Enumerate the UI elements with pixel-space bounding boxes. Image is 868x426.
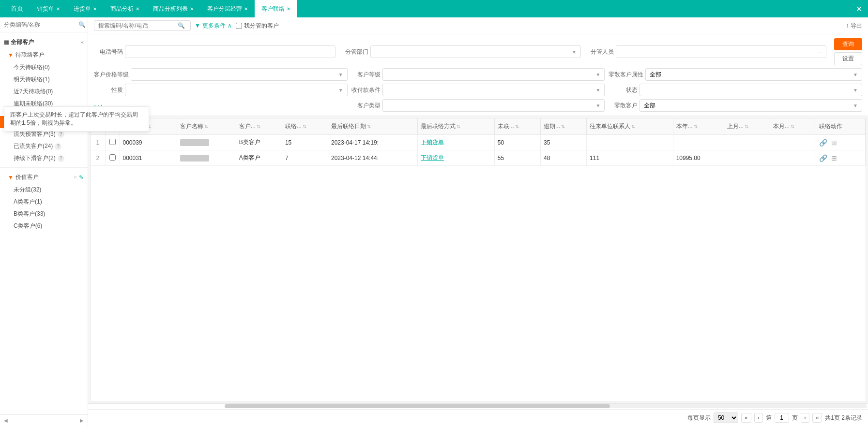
main-layout: 🔍 ▦ 全部客户 « ▼ 待联络客户 今天待联络(0) 明天待联络(1) 近7天… [0,17,868,426]
table-header-row: ⚙ 客户编码 ⇅ 客户名称 [91,118,866,135]
filter-row-1: 电话号码 分管部门 ▼ 分管人员 ··· [94,38,862,65]
sidebar-item-churned[interactable]: 已流失客户(24) ? [0,140,88,152]
uncontacted-sort-icon[interactable]: ⇅ [515,124,519,129]
search-icon[interactable]: 🔍 [178,22,185,29]
nav-sales-close-icon[interactable]: ✕ [56,6,60,12]
filter-customer-type-select[interactable]: ▼ [382,99,605,112]
row2-num: 2 [91,150,105,166]
filter-manager: 分管人员 ··· [585,45,826,58]
edit-icon[interactable]: ✎ [79,174,84,181]
this-month-sort-icon[interactable]: ⇅ [791,124,794,129]
sidebar-bottom-left-arrow[interactable]: ◀ [4,418,8,423]
sidebar-item-today[interactable]: 今天待联络(0) [0,61,88,73]
filter-price-select[interactable]: ▼ [131,68,348,81]
horizontal-scrollbar[interactable] [88,403,868,409]
row2-unit-contacts: 111 [587,150,673,166]
overdue-sort-icon[interactable]: ⇅ [561,124,565,129]
export-btn[interactable]: ↑ 导出 [846,22,862,30]
query-button[interactable]: 查询 [834,38,862,50]
scroll-thumb[interactable] [225,404,610,408]
first-page-btn[interactable]: « [741,413,751,423]
page-size-select[interactable]: 50 100 [714,412,738,423]
filter-gender-select[interactable]: ▼ [125,84,348,96]
sidebar-item-declining[interactable]: 持续下滑客户(2) ? [0,152,88,164]
prev-page-btn[interactable]: ‹ [754,413,763,423]
th-last-contact-date: 最后联络日期 ⇅ [328,118,418,135]
toolbar: 🔍 ▼ 更多条件 ∧ 我分管的客户 ↑ 导出 [88,17,868,34]
filter-retail-customer-select[interactable]: 全部 ▼ [640,99,862,112]
filter-manager-select[interactable]: ··· [616,45,826,58]
nav-customer-contact-close-icon[interactable]: ✕ [287,6,290,12]
nav-customer-tier[interactable]: 客户分层经营 ✕ [200,0,255,17]
nav-customer-tier-close-icon[interactable]: ✕ [244,6,248,12]
contact-sort-icon[interactable]: ⇅ [303,124,306,129]
sidebar-item-c-class[interactable]: C类客户(6) [0,220,88,232]
row2-this-year: 10995.00 [673,150,724,166]
filter-dept-select[interactable]: ▼ [370,45,581,58]
nav-product-analysis-list[interactable]: 商品分析列表 ✕ [146,0,200,17]
nav-customer-contact[interactable]: 客户联络 ✕ [255,0,297,17]
filter-customer-level-select[interactable]: ▼ [382,68,605,81]
row2-link-icon[interactable]: 🔗 [819,154,827,162]
settings-button[interactable]: 设置 [834,52,862,65]
my-customers-checkbox-area: 我分管的客户 [236,22,279,30]
row2-contact: 7 [282,150,328,166]
row1-name-blurred [180,139,209,146]
sidebar-value-section-header[interactable]: ▼ 价值客户 ○ ✎ [0,171,88,184]
row1-num: 1 [91,135,105,150]
name-sort-icon[interactable]: ⇅ [204,124,208,129]
window-close-icon[interactable]: ✕ [856,4,862,14]
nav-home[interactable]: 首页 [4,0,30,17]
row2-overdue: 48 [540,150,586,166]
sidebar-search-input[interactable] [4,21,76,28]
row1-grid-icon[interactable]: ⊞ [831,139,837,147]
sidebar-item-a-class[interactable]: A类客户(1) [0,196,88,208]
nav-product-analysis[interactable]: 商品分析 ✕ [104,0,146,17]
filter-retail-attr-select[interactable]: 全部 ▼ [645,68,862,81]
more-conditions-btn[interactable]: ▼ 更多条件 ∧ [195,22,232,30]
row1-last-contact-method[interactable]: 下销货单 [418,135,495,150]
last-contact-date-sort-icon[interactable]: ⇅ [367,124,371,129]
sidebar-collapse-icon[interactable]: « [81,40,84,45]
grid-icon: ▦ [4,39,9,45]
row2-checkbox[interactable] [109,154,116,161]
nav-purchase-order[interactable]: 进货单 ✕ [67,0,104,17]
last-page-btn[interactable]: » [812,413,822,423]
my-customers-checkbox[interactable] [236,23,242,29]
next-page-btn[interactable]: › [801,413,809,423]
sidebar-all-customers[interactable]: ▦ 全部客户 « [0,36,88,48]
row1-checkbox[interactable] [109,139,116,145]
sidebar-item-tomorrow[interactable]: 明天待联络(1) [0,73,88,86]
nav-product-analysis-close-icon[interactable]: ✕ [136,6,139,12]
churn-info-icon: ? [58,131,64,138]
sidebar-pending-section[interactable]: ▼ 待联络客户 [0,48,88,61]
sidebar-item-7days[interactable]: 近7天待联络(0) [0,86,88,98]
last-contact-method-sort-icon[interactable]: ⇅ [457,124,460,129]
sidebar-item-b-class[interactable]: B类客户(33) [0,208,88,220]
nav-sales-order[interactable]: 销货单 ✕ [30,0,67,17]
filter-phone-input[interactable] [125,45,335,58]
row1-link-icon[interactable]: 🔗 [819,139,827,147]
nav-product-list-close-icon[interactable]: ✕ [190,6,194,12]
top-navigation: 首页 销货单 ✕ 进货单 ✕ 商品分析 ✕ 商品分析列表 ✕ 客户分层经营 ✕ … [0,0,868,17]
th-unit-contacts: 往来单位联系人 ⇅ [587,118,673,135]
sidebar-bottom-right-arrow[interactable]: ▶ [80,418,84,423]
customer-type-sort-icon[interactable]: ⇅ [257,124,260,129]
last-month-sort-icon[interactable]: ⇅ [745,124,748,129]
this-year-sort-icon[interactable]: ⇅ [694,124,698,129]
circle-icon[interactable]: ○ [74,174,77,181]
row2-grid-icon[interactable]: ⊞ [831,154,837,162]
current-page-input[interactable] [775,413,789,423]
row2-last-contact-method[interactable]: 下销货单 [418,150,495,166]
unit-contacts-sort-icon[interactable]: ⇅ [631,124,635,129]
filter-payment-select[interactable]: ▼ [382,84,605,96]
filter-status-select[interactable]: ▼ [640,84,862,96]
row1-name [177,135,236,150]
search-input[interactable] [98,22,176,29]
sidebar-search-icon[interactable]: 🔍 [78,21,86,28]
sidebar-divider2 [0,167,88,168]
nav-purchase-close-icon[interactable]: ✕ [93,6,97,12]
declining-info-icon: ? [58,155,64,162]
filter-payment: 收付款条件 ▼ [351,84,605,96]
sidebar-item-unclassified[interactable]: 未分组(32) [0,184,88,196]
